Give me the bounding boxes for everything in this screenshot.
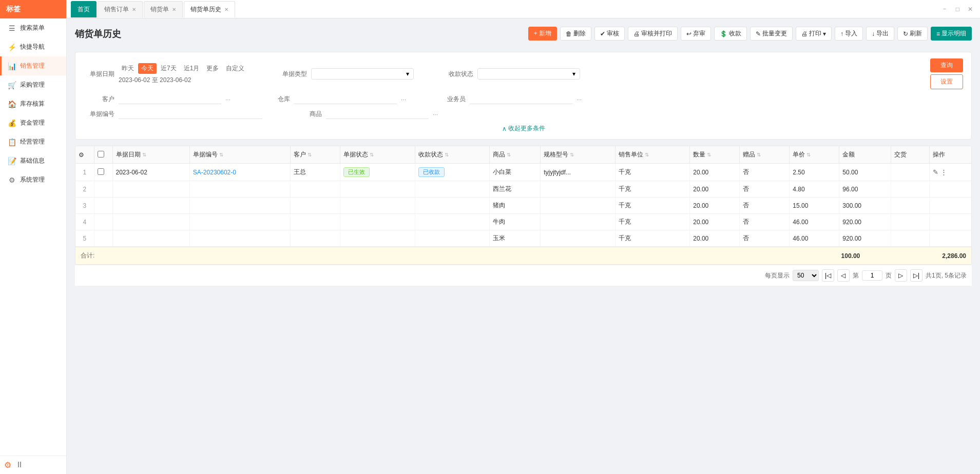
row-goods-cell: 西兰花 xyxy=(490,181,541,198)
doc-no-link[interactable]: SA-20230602-0 xyxy=(193,169,236,176)
select-all-checkbox[interactable] xyxy=(98,151,104,157)
next-page-button[interactable]: ▷ xyxy=(895,269,907,282)
doc-type-select[interactable]: ▾ xyxy=(311,68,414,80)
date-tab-1month[interactable]: 近1月 xyxy=(181,63,203,74)
date-tab-today[interactable]: 今天 xyxy=(138,63,157,74)
date-tab-7days[interactable]: 近7天 xyxy=(158,63,180,74)
warehouse-input[interactable] xyxy=(294,94,397,104)
row-sales-unit-cell: 千克 xyxy=(615,181,690,198)
row-checkbox[interactable] xyxy=(98,168,104,175)
per-page-select[interactable]: 50 100 200 xyxy=(793,270,819,281)
tab-sales-history[interactable]: 销货单历史 ✕ xyxy=(184,1,235,17)
tab-home-label: 首页 xyxy=(78,5,90,14)
sidebar-settings-icon[interactable]: ⚙ xyxy=(4,460,11,470)
audit-button[interactable]: ✔ 审核 xyxy=(594,27,625,41)
doc-status-sort-icon: ⇅ xyxy=(370,152,374,157)
col-doc-no[interactable]: 单据编号⇅ xyxy=(189,146,290,164)
tab-closeall-btn[interactable]: ✕ xyxy=(965,5,976,14)
sidebar-collapse-icon[interactable]: ⏸ xyxy=(15,460,24,470)
customer-dots-icon[interactable]: ··· xyxy=(225,96,230,103)
sidebar-item-ops-mgmt[interactable]: 📋 经营管理 xyxy=(0,132,66,151)
col-sales-unit[interactable]: 销售单位⇅ xyxy=(615,146,690,164)
collect-button[interactable]: 💲 收款 xyxy=(714,27,747,41)
sales-mgmt-icon: 📊 xyxy=(8,62,16,70)
tab-sales-history-close[interactable]: ✕ xyxy=(224,7,228,12)
show-detail-button[interactable]: ≡ 显示明细 xyxy=(931,27,972,41)
pagination: 每页显示 50 100 200 |◁ ◁ 第 页 ▷ ▷| 共1页, 5条记录 xyxy=(75,265,972,286)
prev-page-button[interactable]: ◁ xyxy=(837,269,850,282)
goods-input[interactable] xyxy=(326,109,429,119)
tab-minimize-btn[interactable]: － xyxy=(938,4,951,14)
batch-change-icon: ✎ xyxy=(756,30,761,37)
row-trade-cell xyxy=(891,198,929,214)
tab-sales-goods[interactable]: 销货单 ✕ xyxy=(144,1,183,17)
sidebar-item-quick-nav[interactable]: ⚡ 快捷导航 xyxy=(0,37,66,56)
search-menu-icon: ☰ xyxy=(8,24,16,32)
col-goods[interactable]: 商品⇅ xyxy=(490,146,541,164)
batch-change-button[interactable]: ✎ 批量变更 xyxy=(750,27,793,41)
row-doc-status-cell: 已生效 xyxy=(340,164,415,181)
tab-sales-order[interactable]: 销售订单 ✕ xyxy=(98,1,143,17)
staff-filter-item: 业务员 ··· xyxy=(435,94,582,104)
tab-sales-order-close[interactable]: ✕ xyxy=(132,7,136,12)
refresh-button[interactable]: ↻ 刷新 xyxy=(897,27,928,41)
sidebar-item-sys-mgmt[interactable]: ⚙ 系统管理 xyxy=(0,170,66,189)
staff-input[interactable] xyxy=(470,94,572,104)
customer-input[interactable] xyxy=(119,94,221,104)
page-number-input[interactable] xyxy=(862,270,882,281)
doc-type-filter-item: 单据类型 ▾ xyxy=(276,68,414,80)
first-page-button[interactable]: |◁ xyxy=(822,269,834,282)
row-doc-date-cell xyxy=(112,214,189,230)
edit-action-icon[interactable]: ✎ xyxy=(933,168,938,176)
import-icon: ↑ xyxy=(840,30,843,37)
abandon-button[interactable]: ↩ 弃审 xyxy=(681,27,711,41)
row-actions-cell xyxy=(929,198,971,214)
goods-dots-icon[interactable]: ··· xyxy=(433,111,438,118)
sidebar-item-inventory[interactable]: 🏠 库存核算 xyxy=(0,94,66,113)
col-payment-status[interactable]: 收款状态⇅ xyxy=(415,146,490,164)
warehouse-dots-icon[interactable]: ··· xyxy=(401,96,406,103)
staff-dots-icon[interactable]: ··· xyxy=(577,96,582,103)
delete-button[interactable]: 🗑 删除 xyxy=(560,27,591,41)
filter-settings-button[interactable]: 设置 xyxy=(930,74,963,89)
audit-print-button[interactable]: 🖨 审核并打印 xyxy=(628,27,678,41)
row-customer-cell xyxy=(291,230,340,247)
sidebar-item-purchase-mgmt[interactable]: 🛒 采购管理 xyxy=(0,75,66,94)
row-gift-cell: 否 xyxy=(740,230,790,247)
payment-status-select[interactable]: ▾ xyxy=(477,68,580,80)
sidebar-item-search-menu[interactable]: ☰ 搜索菜单 xyxy=(0,18,66,37)
col-doc-date[interactable]: 单据日期⇅ xyxy=(112,146,189,164)
tab-sales-goods-close[interactable]: ✕ xyxy=(172,7,176,12)
col-qty[interactable]: 数量⇅ xyxy=(690,146,740,164)
collapse-button[interactable]: ∧ 收起更多条件 xyxy=(502,124,545,133)
sidebar-item-basic-info[interactable]: 📝 基础信息 xyxy=(0,151,66,170)
export-button[interactable]: ↓ 导出 xyxy=(866,27,894,41)
col-gift[interactable]: 赠品⇅ xyxy=(740,146,790,164)
import-button[interactable]: ↑ 导入 xyxy=(835,27,863,41)
row-amount-cell: 50.00 xyxy=(839,164,891,181)
footer-total-label: 合计: xyxy=(81,251,94,260)
print-button[interactable]: 🖨 打印 ▾ xyxy=(796,27,832,41)
col-spec[interactable]: 规格型号⇅ xyxy=(541,146,616,164)
tab-sales-goods-label: 销货单 xyxy=(150,5,169,14)
collapse-arrow-icon: ∧ xyxy=(502,125,507,132)
sidebar-item-sales-mgmt[interactable]: 📊 销售管理 xyxy=(0,56,66,75)
sidebar-item-finance-mgmt[interactable]: 💰 资金管理 xyxy=(0,113,66,132)
date-tab-yesterday[interactable]: 昨天 xyxy=(119,63,137,74)
new-button[interactable]: + 新增 xyxy=(528,27,557,41)
tab-maximize-btn[interactable]: □ xyxy=(953,5,963,14)
doc-no-input[interactable] xyxy=(119,109,262,119)
row-check-cell xyxy=(94,198,112,214)
date-tab-more[interactable]: 更多 xyxy=(203,63,222,74)
query-button[interactable]: 查询 xyxy=(930,58,963,72)
col-settings[interactable]: ⚙ xyxy=(75,146,94,164)
col-unit-price[interactable]: 单价⇅ xyxy=(790,146,839,164)
col-customer[interactable]: 客户⇅ xyxy=(291,146,340,164)
more-action-icon[interactable]: ⋮ xyxy=(940,168,947,176)
date-tab-custom[interactable]: 自定义 xyxy=(223,63,247,74)
last-page-button[interactable]: ▷| xyxy=(910,269,923,282)
row-doc-date-cell xyxy=(112,198,189,214)
col-doc-status[interactable]: 单据状态⇅ xyxy=(340,146,415,164)
row-customer-cell xyxy=(291,181,340,198)
tab-home[interactable]: 首页 xyxy=(71,1,97,17)
